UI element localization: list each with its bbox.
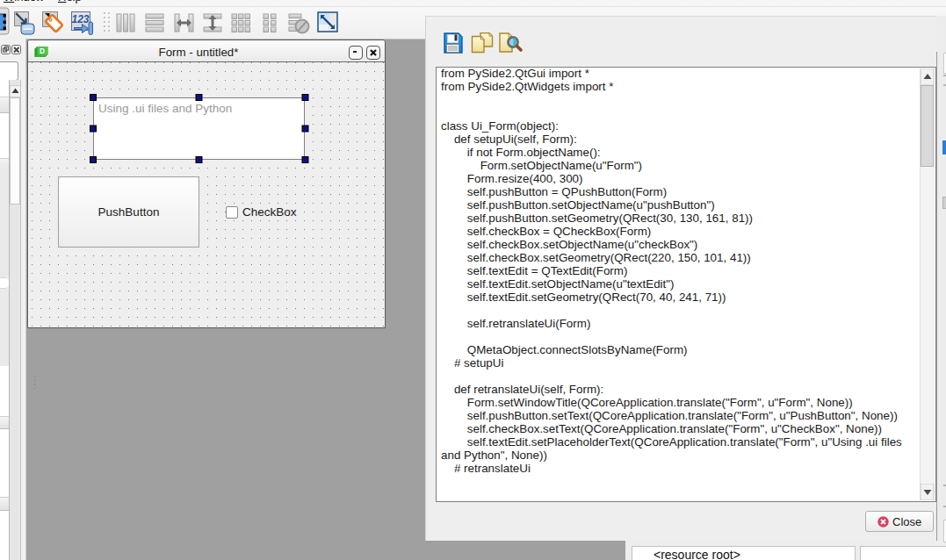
svg-text:123: 123 bbox=[71, 13, 89, 25]
svg-text:D: D bbox=[40, 47, 45, 55]
